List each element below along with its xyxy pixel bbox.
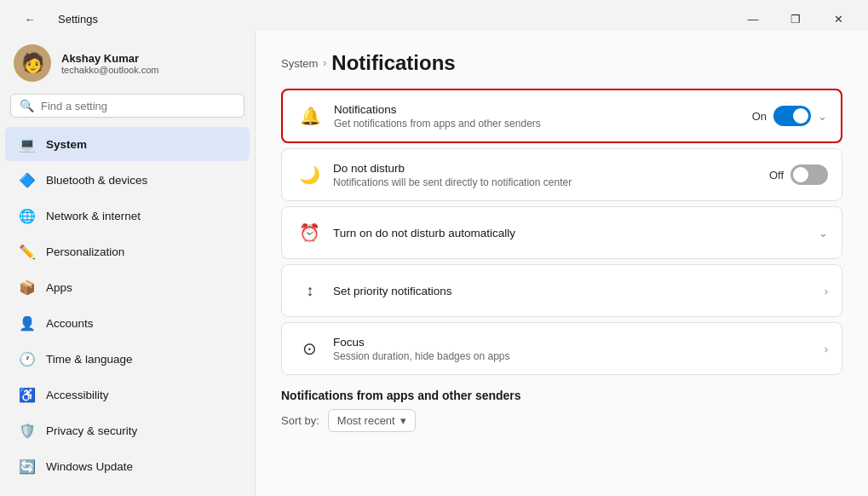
sidebar-item-time[interactable]: 🕐 Time & language — [5, 342, 250, 376]
titlebar-controls: — ❐ ✕ — [733, 7, 858, 31]
turn-on-dnd-row[interactable]: ⏰ Turn on do not disturb automatically ⌄ — [282, 207, 842, 258]
sort-label: Sort by: — [281, 414, 319, 427]
priority-title: Set priority notifications — [333, 285, 825, 297]
sort-dropdown[interactable]: Most recent ▾ — [328, 409, 416, 432]
dnd-title: Do not disturb — [333, 162, 769, 175]
turn-on-dnd-card: ⏰ Turn on do not disturb automatically ⌄ — [281, 206, 842, 259]
apps-icon: 📦 — [19, 279, 36, 296]
user-info: Akshay Kumar techakko@outlook.com — [61, 52, 159, 75]
moon-icon: 🌙 — [296, 161, 323, 188]
user-section[interactable]: 🧑 Akshay Kumar techakko@outlook.com — [0, 31, 255, 94]
priority-icon: ↕ — [296, 277, 323, 304]
dnd-auto-icon: ⏰ — [296, 219, 323, 246]
notifications-text: Notifications Get notifications from app… — [334, 103, 752, 130]
privacy-icon: 🛡️ — [19, 422, 36, 439]
sidebar-item-label: Accessibility — [46, 389, 109, 401]
update-icon: 🔄 — [19, 458, 36, 475]
sidebar-item-network[interactable]: 🌐 Network & internet — [5, 199, 250, 233]
maximize-button[interactable]: ❐ — [776, 7, 815, 31]
sidebar-item-label: Apps — [46, 281, 72, 294]
dnd-auto-text: Turn on do not disturb automatically — [333, 227, 819, 239]
priority-chevron[interactable]: › — [825, 285, 828, 297]
sidebar-item-label: Windows Update — [46, 460, 133, 473]
sidebar-item-label: Time & language — [46, 353, 133, 366]
dnd-auto-chevron[interactable]: ⌄ — [819, 227, 828, 239]
sidebar-item-accounts[interactable]: 👤 Accounts — [5, 306, 250, 340]
dnd-toggle[interactable] — [790, 164, 828, 185]
system-icon: 💻 — [19, 136, 36, 153]
priority-card: ↕ Set priority notifications › — [281, 264, 842, 317]
dnd-auto-right: ⌄ — [819, 227, 828, 239]
accessibility-icon: ♿ — [19, 386, 36, 403]
notifications-row[interactable]: 🔔 Notifications Get notifications from a… — [283, 90, 841, 141]
priority-right: › — [825, 285, 828, 297]
sort-value: Most recent — [337, 414, 395, 427]
breadcrumb-parent[interactable]: System — [281, 57, 318, 70]
user-email: techakko@outlook.com — [61, 65, 159, 75]
sidebar-item-label: Personalization — [46, 245, 124, 258]
sidebar-item-personalization[interactable]: ✏️ Personalization — [5, 234, 250, 268]
notifications-subtitle: Get notifications from apps and other se… — [334, 118, 752, 130]
focus-right: › — [825, 343, 828, 355]
do-not-disturb-row[interactable]: 🌙 Do not disturb Notifications will be s… — [282, 149, 842, 200]
avatar: 🧑 — [14, 44, 51, 82]
titlebar: ← Settings — ❐ ✕ — [0, 0, 868, 31]
sort-row: Sort by: Most recent ▾ — [281, 409, 842, 432]
notifications-from-apps-title: Notifications from apps and other sender… — [281, 389, 842, 402]
dnd-subtitle: Notifications will be sent directly to n… — [333, 176, 769, 188]
search-input[interactable] — [41, 100, 235, 112]
focus-icon: ⊙ — [296, 335, 323, 362]
priority-row[interactable]: ↕ Set priority notifications › — [282, 265, 842, 316]
main-content: System › Notifications 🔔 Notifications G… — [256, 31, 868, 496]
sort-dropdown-arrow: ▾ — [400, 414, 406, 427]
bluetooth-icon: 🔷 — [19, 171, 36, 188]
focus-text: Focus Session duration, hide badges on a… — [333, 336, 825, 362]
search-box[interactable]: 🔍 — [10, 94, 244, 118]
sidebar-item-label: Bluetooth & devices — [46, 174, 147, 187]
notifications-toggle-label: On — [752, 110, 767, 123]
time-icon: 🕐 — [19, 350, 36, 367]
network-icon: 🌐 — [19, 207, 36, 224]
search-icon: 🔍 — [20, 99, 34, 112]
app-body: 🧑 Akshay Kumar techakko@outlook.com 🔍 💻 … — [0, 31, 868, 496]
dnd-right: Off — [769, 164, 828, 185]
breadcrumb: System › Notifications — [281, 51, 842, 75]
notifications-right: On ⌄ — [752, 106, 827, 126]
close-button[interactable]: ✕ — [819, 7, 858, 31]
priority-text: Set priority notifications — [333, 285, 825, 297]
focus-chevron[interactable]: › — [825, 343, 828, 355]
breadcrumb-chevron: › — [323, 57, 326, 69]
notifications-toggle[interactable] — [773, 106, 811, 126]
sidebar-item-accessibility[interactable]: ♿ Accessibility — [5, 378, 250, 412]
titlebar-left: ← Settings — [10, 7, 98, 31]
dnd-auto-title: Turn on do not disturb automatically — [333, 227, 819, 239]
page-title: Notifications — [331, 51, 455, 75]
focus-subtitle: Session duration, hide badges on apps — [333, 350, 825, 362]
sidebar-item-label: Network & internet — [46, 210, 141, 222]
do-not-disturb-card: 🌙 Do not disturb Notifications will be s… — [281, 148, 842, 201]
notifications-chevron-down[interactable]: ⌄ — [818, 110, 827, 123]
focus-title: Focus — [333, 336, 825, 349]
minimize-button[interactable]: — — [733, 7, 773, 31]
notifications-card: 🔔 Notifications Get notifications from a… — [281, 89, 842, 143]
bell-icon: 🔔 — [296, 102, 324, 130]
titlebar-title: Settings — [58, 13, 98, 26]
sidebar-item-update[interactable]: 🔄 Windows Update — [5, 449, 250, 483]
dnd-toggle-label: Off — [769, 169, 784, 182]
sidebar-item-apps[interactable]: 📦 Apps — [5, 270, 250, 304]
notifications-title: Notifications — [334, 103, 752, 116]
sidebar-item-label: Privacy & security — [46, 424, 137, 437]
personalization-icon: ✏️ — [19, 243, 36, 260]
sidebar: 🧑 Akshay Kumar techakko@outlook.com 🔍 💻 … — [0, 31, 256, 496]
sidebar-item-bluetooth[interactable]: 🔷 Bluetooth & devices — [5, 163, 250, 197]
sidebar-item-label: Accounts — [46, 317, 94, 330]
focus-row[interactable]: ⊙ Focus Session duration, hide badges on… — [282, 323, 842, 374]
accounts-icon: 👤 — [19, 314, 36, 332]
user-name: Akshay Kumar — [61, 52, 159, 65]
focus-card: ⊙ Focus Session duration, hide badges on… — [281, 322, 842, 375]
dnd-text: Do not disturb Notifications will be sen… — [333, 162, 769, 188]
sidebar-item-label: System — [46, 138, 87, 151]
sidebar-item-system[interactable]: 💻 System — [5, 127, 250, 161]
sidebar-item-privacy[interactable]: 🛡️ Privacy & security — [5, 413, 250, 447]
back-button[interactable]: ← — [10, 7, 49, 31]
